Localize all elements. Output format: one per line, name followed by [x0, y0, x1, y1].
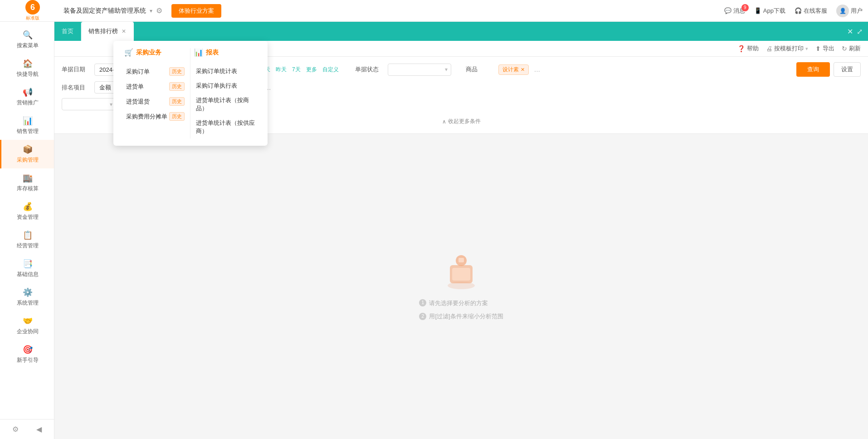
- logo-area: 6 标准版: [5, 0, 60, 21]
- empty-hint-1: 1 请先选择要分析的方案: [419, 298, 503, 308]
- sidebar-item-sales[interactable]: 📊 销售管理: [0, 111, 54, 140]
- app-download-btn[interactable]: 📱 App下载: [754, 7, 785, 15]
- tab-home[interactable]: 首页: [54, 22, 81, 41]
- messages-badge: 9: [741, 4, 749, 11]
- dropdown-item-order-stats[interactable]: 采购订单统计表: [194, 64, 257, 79]
- dropdown-item-receipt-by-goods[interactable]: 进货单统计表（按商品）: [194, 93, 257, 116]
- tab-bar-actions: ✕ ⤢: [842, 22, 868, 41]
- system-icon: ⚙️: [23, 287, 33, 297]
- headset-icon: 🎧: [795, 7, 802, 14]
- report-section-icon: 📊: [194, 48, 203, 57]
- query-actions: 查询 设置: [796, 62, 861, 77]
- system-title: 装备及固定资产辅助管理系统 ▾ ⚙ 体验行业方案: [63, 4, 724, 18]
- logo-icon: 6: [25, 0, 40, 15]
- svg-rect-4: [458, 258, 464, 262]
- collapse-icon: ∧: [442, 118, 446, 125]
- collapse-button[interactable]: ∧ 收起更多条件: [439, 115, 483, 128]
- tab-sales-rank[interactable]: 销售排行榜 ✕: [81, 22, 134, 41]
- extra-select[interactable]: [62, 98, 116, 110]
- title-dropdown-arrow[interactable]: ▾: [150, 8, 152, 14]
- report-col: 📊 报表 采购订单统计表 采购订单执行表 进货单统计表（按商品） 进货单统计表（…: [190, 48, 260, 138]
- dropdown-item-purchase-order[interactable]: 采购订单 历史: [124, 64, 186, 79]
- basic-info-icon: 📑: [23, 259, 33, 269]
- tab-close-icon[interactable]: ✕: [122, 28, 126, 35]
- help-icon: ❓: [737, 45, 745, 52]
- history-tag-1: 历史: [169, 67, 185, 76]
- purchase-section-title: 🛒 采购业务: [124, 48, 186, 59]
- goods-label: 商品: [466, 65, 493, 74]
- sidebar-item-operations[interactable]: 📋 经营管理: [0, 226, 54, 254]
- tab-close-all-icon[interactable]: ✕: [847, 27, 853, 36]
- history-tag-3: 历史: [169, 97, 185, 106]
- sidebar-item-finance[interactable]: 💰 资金管理: [0, 197, 54, 226]
- query-button[interactable]: 查询: [796, 62, 830, 77]
- empty-state: 1 请先选择要分析的方案 2 用[过滤]条件来缩小分析范围: [54, 134, 868, 439]
- sidebar-item-purchase[interactable]: 📦 采购管理: [0, 140, 54, 168]
- sidebar-collapse-icon[interactable]: ◀: [36, 425, 42, 434]
- voucher-status-select[interactable]: [388, 64, 451, 76]
- logo-label: 标准版: [26, 15, 39, 21]
- print-icon: 🖨: [766, 45, 772, 52]
- online-service-btn[interactable]: 🎧 在线客服: [795, 7, 827, 15]
- shortcut-7days[interactable]: 7天: [290, 65, 302, 74]
- shortcut-yesterday[interactable]: 昨天: [274, 65, 288, 74]
- user-menu-btn[interactable]: 👤 用户: [836, 5, 863, 17]
- search-icon: 🔍: [23, 30, 33, 40]
- shortcut-more[interactable]: 更多: [304, 65, 319, 74]
- content-area: 首页 销售排行榜 ✕ ✕ ⤢ ❓ 帮助 🖨 按模板打印 ▾ ⬆: [54, 22, 868, 439]
- messages-btn[interactable]: 💬 消息 9: [724, 7, 745, 15]
- refresh-action[interactable]: ↻ 刷新: [842, 44, 861, 53]
- sidebar-bottom: ⚙ ◀: [0, 419, 54, 439]
- purchase-section-icon: 🛒: [124, 48, 133, 57]
- date-shortcuts: 今天 昨天 7天 更多 自定义: [258, 65, 341, 74]
- help-action[interactable]: ❓ 帮助: [737, 44, 759, 53]
- dropdown-item-order-exec[interactable]: 采购订单执行表: [194, 79, 257, 93]
- trial-button[interactable]: 体验行业方案: [171, 4, 221, 18]
- message-icon: 💬: [724, 7, 731, 14]
- marketing-icon: 📢: [23, 87, 33, 97]
- goods-tag-close[interactable]: ✕: [521, 67, 525, 73]
- settings-button[interactable]: 设置: [834, 62, 861, 77]
- phone-icon: 📱: [754, 7, 761, 14]
- purchase-dropdown-menu: 🛒 采购业务 采购订单 历史 进货单 历史 进货退货 历史 采购费用分摊单: [113, 41, 268, 146]
- purchase-icon: 📦: [23, 144, 33, 154]
- sidebar: 🔍 搜索菜单 🏠 快捷导航 📢 营销推广 📊 销售管理 📦 采购管理 🏬 库存核…: [0, 22, 54, 439]
- shortcut-custom[interactable]: 自定义: [321, 65, 341, 74]
- export-icon: ⬆: [815, 45, 821, 52]
- system-gear-icon[interactable]: ⚙: [156, 6, 162, 15]
- refresh-icon: ↻: [842, 45, 847, 52]
- sidebar-item-guide[interactable]: 🎯 新手引导: [0, 340, 54, 369]
- export-action[interactable]: ⬆ 导出: [815, 44, 834, 53]
- sidebar-item-inventory[interactable]: 🏬 库存核算: [0, 168, 54, 197]
- history-tag-4: 历史: [169, 112, 185, 121]
- extra-select-wrap: ▾: [62, 98, 116, 110]
- report-section-title: 📊 报表: [194, 48, 257, 59]
- dropdown-item-receipt-by-supplier[interactable]: 进货单统计表（按供应商）: [194, 116, 257, 138]
- sidebar-item-quicknav[interactable]: 🏠 快捷导航: [0, 54, 54, 83]
- dropdown-item-return[interactable]: 进货退货 历史: [124, 94, 186, 109]
- sidebar-item-marketing[interactable]: 📢 营销推广: [0, 83, 54, 111]
- system-title-text: 装备及固定资产辅助管理系统: [63, 7, 146, 15]
- sidebar-item-search[interactable]: 🔍 搜索菜单: [0, 25, 54, 54]
- home-icon: 🏠: [23, 59, 33, 69]
- avatar: 👤: [836, 5, 849, 17]
- sidebar-item-system[interactable]: ⚙️ 系统管理: [0, 283, 54, 311]
- date-label: 单据日期: [62, 65, 89, 74]
- print-action[interactable]: 🖨 按模板打印 ▾: [766, 44, 808, 53]
- top-header: 6 标准版 装备及固定资产辅助管理系统 ▾ ⚙ 体验行业方案 💬 消息 9 📱 …: [0, 0, 868, 22]
- tab-bar: 首页 销售排行榜 ✕ ✕ ⤢: [54, 22, 868, 41]
- goods-more-dots[interactable]: ...: [534, 65, 540, 74]
- sales-icon: 📊: [23, 116, 33, 126]
- tab-maximize-icon[interactable]: ⤢: [857, 27, 863, 36]
- inventory-icon: 🏬: [23, 173, 33, 183]
- sidebar-item-collab[interactable]: 🤝 企业协同: [0, 311, 54, 340]
- guide-icon: 🎯: [23, 345, 33, 355]
- dropdown-item-receipt[interactable]: 进货单 历史: [124, 79, 186, 94]
- purchase-business-col: 🛒 采购业务 采购订单 历史 进货单 历史 进货退货 历史 采购费用分摊单: [121, 48, 190, 138]
- empty-text: 1 请先选择要分析的方案 2 用[过滤]条件来缩小分析范围: [419, 298, 503, 322]
- header-right: 💬 消息 9 📱 App下载 🎧 在线客服 👤 用户: [724, 5, 863, 17]
- sidebar-item-basic-info[interactable]: 📑 基础信息: [0, 254, 54, 283]
- sidebar-settings-icon[interactable]: ⚙: [12, 425, 19, 434]
- main-layout: 🔍 搜索菜单 🏠 快捷导航 📢 营销推广 📊 销售管理 📦 采购管理 🏬 库存核…: [0, 22, 868, 439]
- dropdown-item-expense[interactable]: 采购费用分摊单 历史: [124, 109, 186, 124]
